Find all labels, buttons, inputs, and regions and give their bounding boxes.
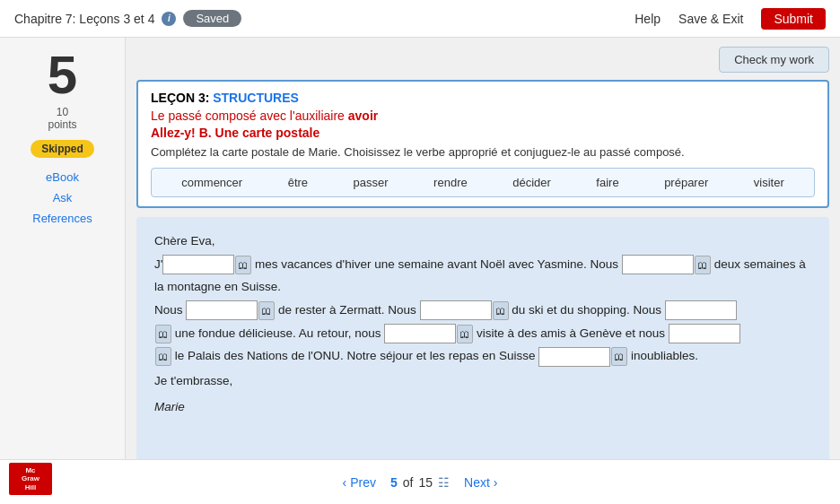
postcard-line4: 🕮 le Palais des Nations de l'ONU. Notre … — [154, 344, 811, 368]
input-8[interactable] — [538, 347, 610, 367]
grid-icon[interactable]: ⁢☷ — [438, 475, 450, 490]
top-bar-right: Help Save & Exit Submit — [634, 8, 826, 30]
check-bar: Check my work — [136, 47, 829, 73]
dict-icon-4[interactable]: 🕮 — [493, 301, 509, 320]
points-label: 10 points — [48, 106, 76, 131]
skipped-badge: Skipped — [31, 140, 94, 158]
lesson-activity: Allez-y! B. Une carte postale — [151, 126, 815, 140]
content-area: Check my work LEÇON 3: STRUCTURES Le pas… — [126, 38, 840, 504]
postcard-salutation: Chère Eva, — [154, 230, 811, 253]
main-layout: 5 10 points Skipped eBook Ask References… — [0, 38, 840, 504]
save-exit-link[interactable]: Save & Exit — [678, 12, 743, 26]
input-3[interactable] — [186, 300, 258, 320]
dict-icon-2[interactable]: 🕮 — [695, 256, 711, 274]
word-bank: commencer être passer rendre décider fai… — [151, 168, 815, 197]
top-bar-left: Chapitre 7: Leçons 3 et 4 i Saved — [14, 10, 241, 27]
prev-button[interactable]: ‹ Prev — [343, 475, 376, 490]
dict-icon-1[interactable]: 🕮 — [235, 256, 251, 274]
current-page: 5 — [390, 475, 398, 490]
input-7[interactable] — [669, 324, 740, 343]
next-button[interactable]: Next › — [464, 475, 497, 490]
input-1[interactable] — [162, 255, 234, 274]
next-chevron-icon: › — [494, 475, 498, 490]
mcgraw-hill-logo: McGrawHill — [9, 463, 52, 495]
check-my-work-button[interactable]: Check my work — [719, 47, 829, 73]
ask-link[interactable]: Ask — [53, 191, 73, 204]
chapter-title: Chapitre 7: Leçons 3 et 4 — [14, 12, 154, 26]
sidebar: 5 10 points Skipped eBook Ask References — [0, 38, 126, 504]
dict-icon-6[interactable]: 🕮 — [457, 325, 473, 343]
page-info: 5 of 15 ⁢☷ — [390, 475, 450, 490]
ebook-link[interactable]: eBook — [46, 170, 79, 184]
info-icon[interactable]: i — [162, 12, 176, 26]
dict-icon-7[interactable]: 🕮 — [155, 347, 171, 366]
word-visiter: visiter — [748, 174, 790, 191]
postcard-line1: J'🕮 mes vacances d'hiver une semaine ava… — [154, 253, 811, 299]
saved-badge: Saved — [183, 10, 241, 27]
help-link[interactable]: Help — [634, 12, 661, 26]
total-pages: 15 — [418, 475, 433, 490]
dict-icon-3[interactable]: 🕮 — [258, 301, 275, 320]
lesson-title: LEÇON 3: STRUCTURES — [151, 91, 815, 105]
lesson-instruction: Complétez la carte postale de Marie. Cho… — [151, 145, 815, 159]
postcard-signature: Marie — [154, 395, 811, 419]
postcard-line2: Nous 🕮 de rester à Zermatt. Nous 🕮 du sk… — [154, 299, 811, 322]
postcard-line3: 🕮 une fondue délicieuse. Au retour, nous… — [154, 322, 811, 345]
word-commencer: commencer — [176, 174, 248, 191]
top-bar: Chapitre 7: Leçons 3 et 4 i Saved Help S… — [0, 0, 840, 38]
prev-chevron-icon: ‹ — [343, 475, 347, 490]
word-decider: décider — [507, 174, 556, 191]
word-passer: passer — [348, 174, 394, 191]
word-rendre: rendre — [428, 174, 473, 191]
references-link[interactable]: References — [32, 212, 92, 225]
dict-icon-8[interactable]: 🕮 — [611, 347, 627, 366]
word-preparer: préparer — [659, 174, 713, 191]
input-5[interactable] — [665, 300, 737, 320]
bottom-nav: McGrawHill ‹ Prev 5 of 15 ⁢☷ Next › — [0, 459, 840, 504]
input-2[interactable] — [622, 255, 694, 274]
input-6[interactable] — [384, 324, 456, 343]
word-faire: faire — [591, 174, 624, 191]
postcard-closing: Je t'embrasse, — [154, 369, 811, 393]
submit-button[interactable]: Submit — [761, 8, 826, 30]
lesson-subtitle: Le passé composé avec l'auxiliaire avoir — [151, 109, 815, 123]
lesson-box: LEÇON 3: STRUCTURES Le passé composé ave… — [136, 80, 829, 208]
question-number: 5 — [48, 48, 77, 102]
input-4[interactable] — [420, 300, 492, 320]
word-etre: être — [283, 174, 313, 191]
dict-icon-5[interactable]: 🕮 — [155, 325, 171, 343]
postcard-area: Chère Eva, J'🕮 mes vacances d'hiver une … — [136, 217, 829, 495]
